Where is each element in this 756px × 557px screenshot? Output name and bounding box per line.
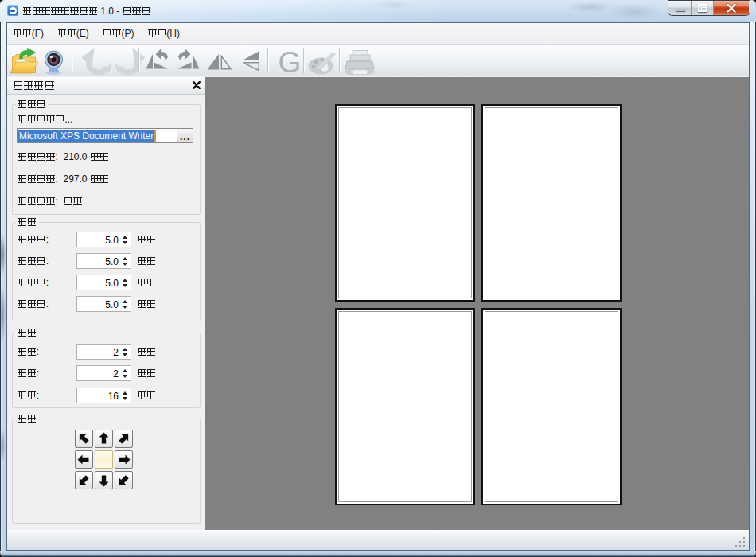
svg-text:G: G xyxy=(279,46,302,77)
